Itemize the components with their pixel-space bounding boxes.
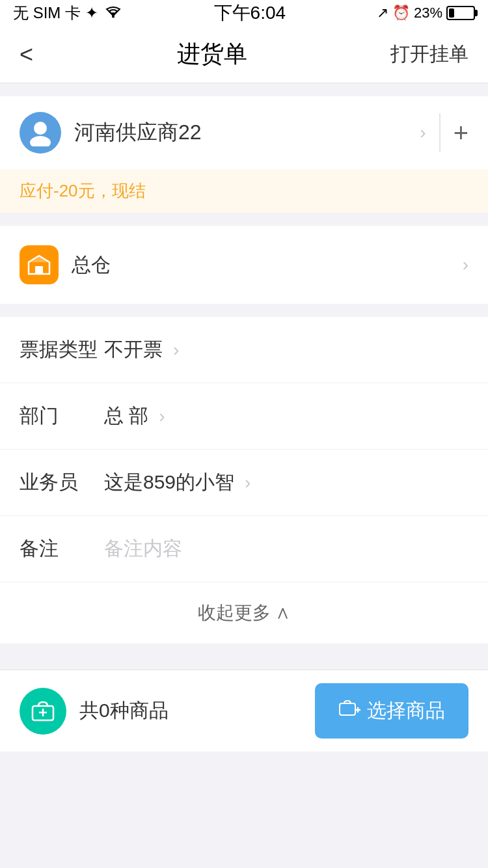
department-label: 部门 (20, 403, 104, 429)
department-value: 总 部 (104, 403, 148, 429)
department-row[interactable]: 部门 总 部 › (0, 383, 488, 449)
open-pending-button[interactable]: 打开挂单 (390, 41, 468, 68)
salesperson-chevron-icon: › (245, 472, 251, 493)
status-time: 下午6:04 (214, 1, 286, 25)
svg-point-0 (112, 16, 115, 18)
collapse-button[interactable]: 收起更多 ∧ (0, 582, 488, 644)
remark-label: 备注 (20, 536, 104, 562)
product-icon-wrap (20, 688, 66, 735)
invoice-type-row[interactable]: 票据类型 不开票 › (0, 317, 488, 383)
invoice-type-label: 票据类型 (20, 336, 104, 363)
section-gap-2 (0, 213, 488, 226)
divider (439, 113, 441, 152)
battery-icon (446, 6, 475, 20)
remark-row[interactable]: 备注 备注内容 (0, 515, 488, 582)
page-fill (0, 752, 488, 868)
product-count: 共0种商品 (79, 698, 315, 724)
svg-rect-9 (340, 703, 355, 715)
section-gap-1 (0, 83, 488, 96)
page-title: 进货单 (177, 38, 247, 70)
invoice-type-value: 不开票 (104, 336, 163, 363)
supplier-name: 河南供应商22 (74, 118, 420, 147)
warehouse-chevron-icon: › (463, 254, 468, 275)
status-bar: 无 SIM 卡 ✦ 下午6:04 ↗ ⏰ 23% (0, 0, 488, 26)
salesperson-row[interactable]: 业务员 这是859的小智 › (0, 449, 488, 515)
svg-point-2 (30, 136, 51, 146)
warehouse-row[interactable]: 总仓 › (0, 226, 488, 304)
sim-text: 无 SIM 卡 ✦ (13, 3, 98, 23)
svg-rect-4 (35, 266, 43, 274)
notice-banner: 应付-20元，现结 (0, 169, 488, 213)
fields-section: 票据类型 不开票 › 部门 总 部 › 业务员 这是859的小智 › 备注 备注… (0, 317, 488, 644)
add-button[interactable]: + (454, 118, 468, 148)
chevron-right-icon: › (420, 122, 426, 143)
battery-percent: 23% (414, 5, 442, 21)
warehouse-icon (20, 245, 59, 284)
select-goods-icon (338, 699, 360, 722)
department-chevron-icon: › (159, 406, 165, 427)
wifi-icon (103, 4, 123, 22)
salesperson-label: 业务员 (20, 469, 104, 496)
avatar (20, 112, 61, 154)
salesperson-value: 这是859的小智 (104, 469, 234, 496)
supplier-section: 河南供应商22 › + 应付-20元，现结 (0, 96, 488, 213)
alarm-icon: ⏰ (392, 5, 410, 21)
select-goods-label: 选择商品 (367, 698, 445, 724)
status-right: ↗ ⏰ 23% (377, 5, 475, 21)
location-icon: ↗ (377, 5, 388, 21)
nav-bar: < 进货单 打开挂单 (0, 26, 488, 83)
invoice-chevron-icon: › (173, 340, 179, 360)
section-gap-3 (0, 304, 488, 317)
status-left: 无 SIM 卡 ✦ (13, 3, 123, 23)
svg-point-1 (34, 122, 47, 135)
bottom-bar: 共0种商品 选择商品 (0, 670, 488, 752)
remark-placeholder: 备注内容 (104, 536, 468, 562)
collapse-label: 收起更多 ∧ (198, 601, 291, 625)
back-button[interactable]: < (20, 41, 33, 68)
svg-marker-5 (29, 256, 49, 262)
warehouse-section: 总仓 › (0, 226, 488, 304)
section-gap-4 (0, 644, 488, 657)
select-goods-button[interactable]: 选择商品 (315, 683, 468, 739)
supplier-row[interactable]: 河南供应商22 › + (0, 96, 488, 169)
warehouse-name: 总仓 (72, 252, 463, 278)
